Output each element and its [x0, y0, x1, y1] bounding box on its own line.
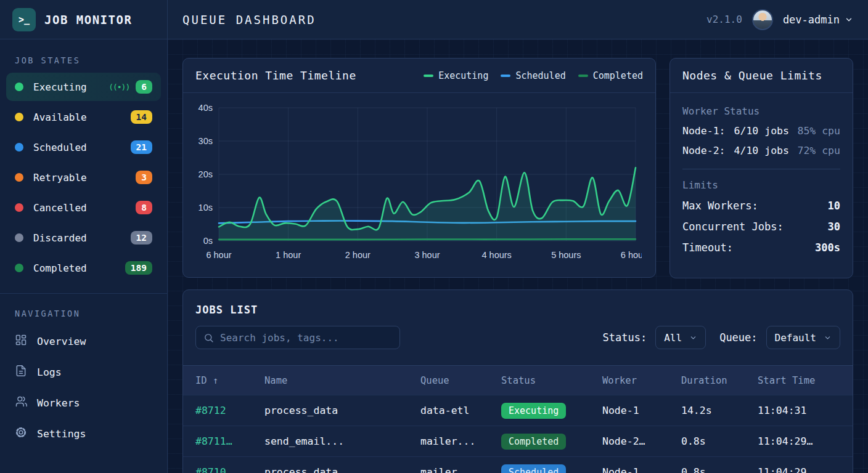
sidebar-item-label: Executing [33, 81, 87, 93]
job-id-link[interactable]: #8710 [195, 466, 264, 473]
limit-value: 10 [828, 200, 840, 212]
timeline-panel-title: Execution Time Timeline [195, 69, 356, 82]
column-header-worker[interactable]: Worker [602, 375, 681, 386]
svg-text:6 hours: 6 hours [621, 250, 642, 260]
topbar-main: QUEUE DASHBOARD v2.1.0 dev-admin [168, 0, 868, 39]
state-count-badge: 14 [131, 110, 152, 124]
jobs-table: ID ↑ Name Queue Status Worker Duration S… [183, 365, 853, 473]
jobs-panel: JOBS LIST Status: All Queue: [182, 289, 853, 473]
table-row[interactable]: #8710 process_data mailer Scheduled Node… [183, 456, 853, 473]
job-name: process_data [264, 405, 420, 416]
node-status-row: Node-1: 6/10 jobs 85% cpu [682, 125, 840, 137]
legend-item-scheduled: Scheduled [501, 70, 565, 81]
node-jobs: 4/10 jobs [734, 145, 789, 156]
state-dot [15, 143, 23, 152]
job-start-time: 11:04:29… [758, 435, 840, 447]
sidebar-item-logs[interactable]: Logs [0, 357, 167, 387]
sidebar-item-label: Completed [33, 262, 87, 274]
queue-filter-label: Queue: [719, 331, 757, 344]
chevron-down-icon [689, 334, 697, 342]
nodes-panel-header: Nodes & Queue Limits [670, 59, 853, 93]
app-window: >_ JOB MONITOR QUEUE DASHBOARD v2.1.0 de… [0, 0, 868, 473]
search-input[interactable] [220, 332, 392, 344]
sidebar: JOB STATES Executing ((•)) 6 Available 1… [0, 39, 168, 473]
queue-filter-value: Default [775, 332, 816, 344]
status-badge: Completed [501, 434, 566, 450]
svg-text:3 hour: 3 hour [414, 250, 440, 260]
sidebar-item-overview[interactable]: Overview [0, 326, 167, 357]
timeline-panel-header: Execution Time Timeline Executing Schedu… [183, 59, 655, 93]
topbar-right: v2.1.0 dev-admin [706, 9, 853, 30]
sidebar-item-discarded[interactable]: Discarded 12 [6, 224, 161, 252]
state-dot [15, 113, 23, 121]
sidebar-item-available[interactable]: Available 14 [6, 103, 161, 131]
svg-text:6 hour: 6 hour [206, 250, 231, 260]
legend-item-executing: Executing [424, 70, 488, 81]
avatar[interactable] [752, 9, 773, 30]
status-badge: Executing [501, 403, 566, 419]
limit-label: Timeout: [682, 241, 733, 254]
column-header-name[interactable]: Name [264, 375, 420, 386]
column-header-start-time[interactable]: Start Time [758, 375, 840, 386]
state-count-badge: 12 [131, 231, 152, 245]
sidebar-item-workers[interactable]: Workers [0, 387, 167, 418]
job-worker: Node-1 [602, 466, 681, 473]
sidebar-item-executing[interactable]: Executing ((•)) 6 [6, 73, 161, 101]
legend-label: Executing [438, 70, 488, 81]
jobs-filters: Status: All Queue: Default [603, 326, 840, 349]
nav-item-label: Settings [37, 428, 86, 440]
sidebar-item-cancelled[interactable]: Cancelled 8 [6, 193, 161, 222]
sidebar-item-retryable[interactable]: Retryable 3 [6, 163, 161, 192]
legend-label: Scheduled [515, 70, 565, 81]
sidebar-item-label: Discarded [33, 232, 87, 244]
table-row[interactable]: #8711… send_email... mailer... Completed… [183, 426, 853, 456]
app-title: JOB MONITOR [44, 13, 132, 26]
limit-label: Max Workers: [682, 200, 758, 212]
status-filter-select[interactable]: All [655, 326, 706, 349]
column-header-duration[interactable]: Duration [681, 375, 758, 386]
job-queue: data-etl [420, 405, 501, 416]
status-badge: Scheduled [501, 464, 566, 473]
brand: >_ JOB MONITOR [0, 0, 168, 39]
user-menu[interactable]: dev-admin [783, 14, 853, 26]
app-body: JOB STATES Executing ((•)) 6 Available 1… [0, 39, 868, 473]
svg-text:0s: 0s [203, 236, 213, 246]
nodes-panel: Nodes & Queue Limits Worker Status Node-… [669, 58, 853, 278]
svg-text:1 hour: 1 hour [276, 250, 301, 260]
job-name: process_data [264, 466, 420, 473]
svg-text:40s: 40s [199, 103, 213, 113]
jobs-controls: Status: All Queue: Default [183, 316, 853, 349]
sidebar-item-scheduled[interactable]: Scheduled 21 [6, 133, 161, 161]
svg-text:5 hours: 5 hours [551, 250, 581, 260]
state-dot [15, 83, 23, 91]
layout-dashboard-icon [15, 334, 27, 349]
legend-swatch [578, 75, 588, 77]
sidebar-divider [0, 293, 167, 294]
status-filter-label: Status: [603, 331, 647, 344]
live-indicator-icon: ((•)) [108, 83, 129, 92]
job-id-link[interactable]: #8711… [195, 435, 264, 447]
column-header-status[interactable]: Status [501, 375, 602, 386]
job-id-link[interactable]: #8712 [195, 405, 264, 416]
column-header-queue[interactable]: Queue [420, 375, 501, 386]
jobs-list-title: JOBS LIST [183, 290, 853, 316]
legend-item-completed: Completed [578, 70, 643, 81]
sidebar-item-label: Available [33, 111, 87, 123]
sidebar-item-completed[interactable]: Completed 189 [6, 254, 161, 282]
job-duration: 0.8s [681, 435, 758, 447]
queue-filter-select[interactable]: Default [766, 326, 840, 349]
job-start-time: 11:04:29 [758, 466, 840, 473]
users-icon [15, 395, 27, 410]
svg-text:20s: 20s [199, 169, 213, 179]
chevron-down-icon [845, 15, 853, 24]
column-header-id[interactable]: ID ↑ [195, 375, 264, 386]
limit-row: Concurrent Jobs: 30 [682, 220, 840, 233]
status-filter-value: All [664, 332, 682, 344]
legend-swatch [501, 75, 510, 77]
sidebar-item-settings[interactable]: Settings [0, 418, 167, 449]
node-name: Node-2: [682, 145, 726, 156]
table-row[interactable]: #8712 process_data data-etl Executing No… [183, 395, 853, 426]
state-count-badge: 6 [136, 80, 152, 94]
node-cpu: 72% cpu [797, 145, 840, 156]
node-name: Node-1: [682, 125, 726, 137]
